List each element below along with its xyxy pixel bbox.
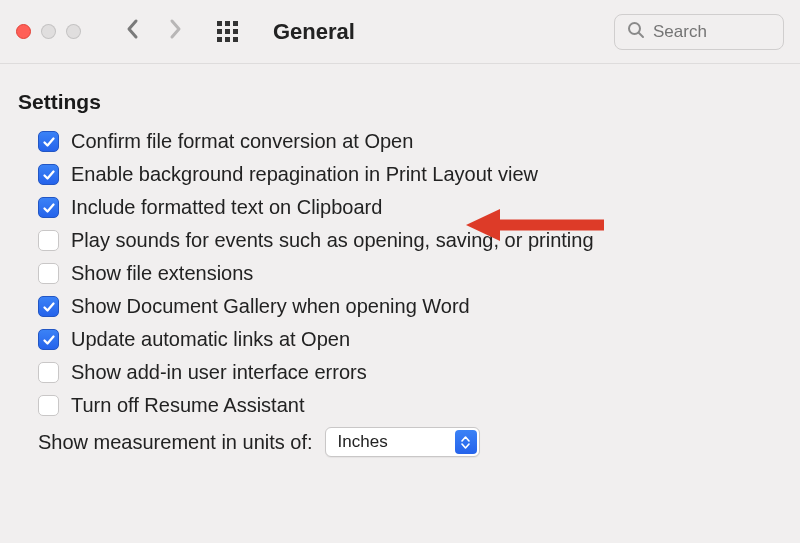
setting-label: Show Document Gallery when opening Word (71, 295, 470, 318)
setting-label: Show add-in user interface errors (71, 361, 367, 384)
checkbox-repagination[interactable] (38, 164, 59, 185)
settings-list: Confirm file format conversion at OpenEn… (18, 130, 782, 417)
setting-row-resume-assist: Turn off Resume Assistant (18, 394, 782, 417)
setting-label: Show file extensions (71, 262, 253, 285)
nav-buttons (125, 18, 183, 46)
setting-row-auto-links: Update automatic links at Open (18, 328, 782, 351)
annotation-arrow-icon (466, 205, 606, 249)
checkbox-doc-gallery[interactable] (38, 296, 59, 317)
measurement-select[interactable]: Inches (325, 427, 480, 457)
page-title: General (273, 19, 355, 45)
setting-label: Include formatted text on Clipboard (71, 196, 382, 219)
content-area: Settings Confirm file format conversion … (0, 64, 800, 483)
setting-label: Turn off Resume Assistant (71, 394, 304, 417)
checkbox-confirm-format[interactable] (38, 131, 59, 152)
show-all-icon[interactable] (217, 21, 239, 43)
checkbox-auto-links[interactable] (38, 329, 59, 350)
select-arrows-icon (455, 430, 477, 454)
window-controls (16, 24, 81, 39)
setting-label: Confirm file format conversion at Open (71, 130, 413, 153)
setting-label: Enable background repagination in Print … (71, 163, 538, 186)
checkbox-addin-errors[interactable] (38, 362, 59, 383)
search-icon (627, 21, 645, 43)
checkbox-sounds[interactable] (38, 230, 59, 251)
measurement-row: Show measurement in units of: Inches (18, 427, 782, 457)
setting-row-repagination: Enable background repagination in Print … (18, 163, 782, 186)
zoom-window-button[interactable] (66, 24, 81, 39)
toolbar: General (0, 0, 800, 64)
svg-marker-3 (466, 209, 500, 241)
setting-label: Update automatic links at Open (71, 328, 350, 351)
search-input[interactable] (653, 22, 771, 42)
section-header: Settings (18, 90, 782, 114)
checkbox-extensions[interactable] (38, 263, 59, 284)
setting-row-doc-gallery: Show Document Gallery when opening Word (18, 295, 782, 318)
minimize-window-button[interactable] (41, 24, 56, 39)
measurement-label: Show measurement in units of: (38, 431, 313, 454)
search-box[interactable] (614, 14, 784, 50)
checkbox-resume-assist[interactable] (38, 395, 59, 416)
setting-row-clipboard: Include formatted text on Clipboard (18, 196, 782, 219)
setting-row-addin-errors: Show add-in user interface errors (18, 361, 782, 384)
checkbox-clipboard[interactable] (38, 197, 59, 218)
setting-row-confirm-format: Confirm file format conversion at Open (18, 130, 782, 153)
back-button[interactable] (125, 18, 139, 46)
svg-line-1 (639, 33, 643, 37)
close-window-button[interactable] (16, 24, 31, 39)
setting-row-extensions: Show file extensions (18, 262, 782, 285)
forward-button[interactable] (169, 18, 183, 46)
setting-row-sounds: Play sounds for events such as opening, … (18, 229, 782, 252)
